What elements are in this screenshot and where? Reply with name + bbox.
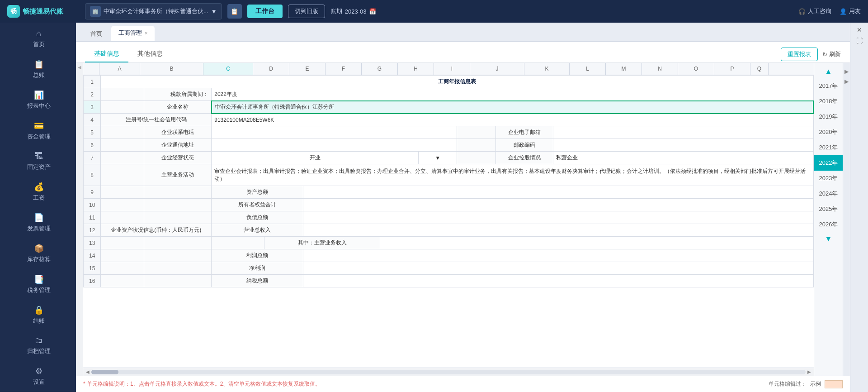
r16-a[interactable] [101, 275, 144, 287]
sidebar-item-archive[interactable]: 🗂 归档管理 [0, 330, 76, 360]
r7-j[interactable]: 企业控股情况 [495, 152, 553, 164]
sidebar-item-inventory[interactable]: 📦 库存核算 [0, 237, 76, 268]
horizontal-scrollbar[interactable]: ◀ ▶ [83, 368, 814, 376]
sidebar-item-close[interactable]: 🔒 结账 [0, 299, 76, 330]
year-down-arrow[interactable]: ▼ [814, 232, 843, 246]
r5-l[interactable] [553, 126, 813, 139]
r3-a[interactable] [101, 101, 144, 114]
r7-i[interactable] [457, 152, 495, 164]
r15-a[interactable] [101, 262, 144, 275]
r9-b[interactable] [144, 186, 212, 199]
refresh-button[interactable]: ↻ 刷新 [822, 50, 841, 58]
sub-tab-other[interactable]: 其他信息 [128, 46, 172, 62]
r11-b[interactable] [144, 211, 212, 224]
sheet-scroll[interactable]: 1 工商年报信息表 2 税款所属期间： 2022年度 [83, 75, 814, 368]
r13-g[interactable] [380, 237, 813, 249]
year-2018[interactable]: 2018年 [814, 94, 843, 109]
sheet-title[interactable]: 工商年报信息表 [101, 76, 813, 88]
sidebar-item-ledger[interactable]: 📋 总账 [0, 53, 76, 84]
tab-close-icon[interactable]: × [145, 30, 147, 36]
r9-c[interactable]: 资产总额 [212, 186, 303, 199]
service-item[interactable]: 🎧 人工咨询 [798, 7, 831, 15]
r9-e[interactable] [303, 186, 813, 199]
r7-h[interactable]: ▼ [419, 152, 457, 164]
maximize-icon[interactable]: ⛶ [856, 37, 863, 44]
r8-a[interactable] [101, 164, 144, 186]
sidebar-item-settings[interactable]: ⚙ 设置 [0, 360, 76, 391]
year-up-arrow[interactable]: ▲ [814, 65, 843, 78]
r6-l[interactable] [553, 139, 813, 152]
r8-c[interactable]: 审查企业会计报表；出具审计报告；验证企业资本；出具验资报告；办理企业合并、分立、… [212, 164, 813, 186]
r12-c[interactable]: 营业总收入 [212, 224, 303, 237]
r16-c[interactable]: 纳税总额 [212, 275, 303, 287]
right-collapse[interactable]: ▶ ▶ [843, 63, 850, 376]
r5-c[interactable] [212, 126, 457, 139]
r3-c[interactable]: 中审众环会计师事务所（特殊普通合伙）江苏分所 [212, 101, 813, 114]
r11-c[interactable]: 负债总额 [212, 211, 303, 224]
year-2019[interactable]: 2019年 [814, 109, 843, 124]
year-2024[interactable]: 2024年 [814, 186, 843, 201]
r6-a[interactable] [101, 139, 144, 152]
r12-e[interactable] [303, 224, 813, 237]
left-collapse[interactable]: ◀ [76, 63, 83, 376]
r16-b[interactable] [144, 275, 212, 287]
r10-c[interactable]: 所有者权益合计 [212, 199, 303, 211]
r6-k[interactable]: 邮政编码 [495, 139, 553, 152]
scroll-thumb[interactable] [91, 370, 118, 374]
r11-e[interactable] [303, 211, 813, 224]
tab-business[interactable]: 工商管理 × [111, 26, 155, 41]
r10-b[interactable] [144, 199, 212, 211]
r6-c[interactable] [212, 139, 457, 152]
close-window-icon[interactable]: ✕ [857, 26, 862, 33]
r11-a[interactable] [101, 211, 144, 224]
r12-ab[interactable]: 企业资产状况信息(币种：人民币万元) [101, 224, 212, 237]
year-2020[interactable]: 2020年 [814, 124, 843, 140]
r5-b[interactable]: 企业联系电话 [144, 126, 212, 139]
r10-e[interactable] [303, 199, 813, 211]
user-item[interactable]: 👤 用友 [840, 7, 861, 15]
r15-c[interactable]: 净利润 [212, 262, 303, 275]
r14-e[interactable] [303, 249, 813, 262]
r7-a[interactable] [101, 152, 144, 164]
sidebar-item-home[interactable]: ⌂ 首页 [0, 23, 76, 53]
reset-report-button[interactable]: 重置报表 [781, 48, 818, 61]
sidebar-item-salary[interactable]: 💰 工资 [0, 176, 76, 206]
r2-b[interactable]: 税款所属期间： [144, 88, 212, 101]
sidebar-item-invoice[interactable]: 📄 发票管理 [0, 206, 76, 237]
r16-e[interactable] [303, 275, 813, 287]
scroll-right-arrow[interactable]: ▶ [806, 368, 813, 376]
scroll-left-arrow[interactable]: ◀ [84, 368, 91, 376]
year-2025[interactable]: 2025年 [814, 201, 843, 217]
sidebar-item-report[interactable]: 📊 报表中心 [0, 84, 76, 115]
year-2023[interactable]: 2023年 [814, 171, 843, 186]
company-selector[interactable]: 🏢 中审众环会计师事务所（特殊普通合伙... ▼ [85, 3, 222, 19]
r6-b[interactable]: 企业通信地址 [144, 139, 212, 152]
sidebar-item-assets[interactable]: 🏗 固定资产 [0, 145, 76, 176]
r7-b[interactable]: 企业经营状态 [144, 152, 212, 164]
calendar-icon[interactable]: 📅 [369, 8, 376, 15]
r14-a[interactable] [101, 249, 144, 262]
r2-c[interactable]: 2022年度 [212, 88, 813, 101]
r14-b[interactable] [144, 249, 212, 262]
r14-c[interactable]: 利润总额 [212, 249, 303, 262]
r4-ab[interactable]: 注册号/统一社会信用代码 [101, 114, 212, 126]
r5-a[interactable] [101, 126, 144, 139]
tab-home[interactable]: 首页 [83, 27, 109, 41]
sub-tab-basic[interactable]: 基础信息 [85, 46, 128, 62]
year-2017[interactable]: 2017年 [814, 78, 843, 94]
old-version-button[interactable]: 切到旧版 [288, 5, 325, 18]
year-2021[interactable]: 2021年 [814, 140, 843, 155]
sidebar-item-tax[interactable]: 📑 税务管理 [0, 268, 76, 299]
scroll-track[interactable] [91, 370, 806, 374]
r10-a[interactable] [101, 199, 144, 211]
sidebar-item-finance[interactable]: 💳 资金管理 [0, 115, 76, 145]
r15-e[interactable] [303, 262, 813, 275]
r13-d[interactable]: 其中：主营业务收入 [264, 237, 380, 249]
r2-a[interactable] [101, 88, 144, 101]
r7-c[interactable]: 开业 [212, 152, 419, 164]
r15-b[interactable] [144, 262, 212, 275]
r13-a[interactable] [101, 237, 144, 249]
r7-k[interactable]: 私营企业 [553, 152, 813, 164]
r3-b[interactable]: 企业名称 [144, 101, 212, 114]
year-2022[interactable]: 2022年 [814, 155, 843, 171]
